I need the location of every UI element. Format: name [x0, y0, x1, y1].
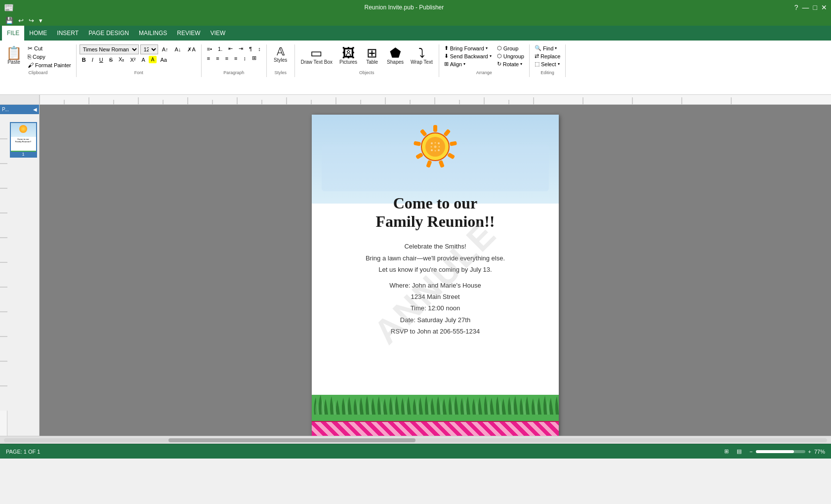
replace-button[interactable]: ⇄ Replace — [533, 52, 562, 60]
menu-item-review[interactable]: REVIEW — [172, 26, 205, 41]
layout-view-button[interactable]: ▤ — [737, 448, 742, 455]
redo-quick-button[interactable]: ↪ — [27, 16, 36, 25]
save-quick-button[interactable]: 💾 — [4, 16, 15, 25]
zoom-in-button[interactable]: + — [808, 449, 811, 455]
bring-forward-button[interactable]: ⬆ Bring Forward ▾ — [442, 44, 494, 52]
font-size-select[interactable]: 12 — [140, 44, 158, 54]
wrap-text-button[interactable]: ⤵ Wrap Text — [408, 44, 436, 67]
svg-rect-39 — [443, 129, 451, 137]
paragraph-spacing-button[interactable]: ↕ — [255, 45, 263, 53]
rotate-button[interactable]: ↻ Rotate ▾ — [495, 60, 526, 68]
menu-item-page-design[interactable]: PAGE DESIGN — [83, 26, 134, 41]
paste-icon: 📋 — [6, 46, 22, 59]
superscript-button[interactable]: X² — [127, 56, 138, 64]
draw-text-box-button[interactable]: ▭ Draw Text Box — [298, 44, 335, 67]
cut-button[interactable]: ✂ Cut — [26, 44, 73, 52]
bottom-decoration: 🐜 🐜 🐜 🐜 — [312, 386, 559, 436]
justify-button[interactable]: ≡ — [232, 54, 240, 62]
paste-button[interactable]: 📋 Paste — [3, 44, 25, 67]
headline-line1: Come to our — [327, 194, 544, 212]
page-thumbnail-1[interactable]: Come to ourFamily Reunion!! 1 — [10, 122, 37, 158]
objects-label: Objects — [298, 70, 436, 75]
paragraph-mark-button[interactable]: ¶ — [247, 45, 254, 53]
quick-access-more[interactable]: ▾ — [38, 16, 44, 25]
italic-button[interactable]: I — [89, 56, 96, 64]
select-button[interactable]: ⬚ Select ▾ — [533, 60, 562, 68]
svg-point-51 — [431, 149, 433, 151]
align-left-button[interactable]: ≡ — [205, 54, 212, 62]
scroll-thumb-h[interactable] — [168, 438, 416, 442]
maximize-button[interactable]: □ — [813, 3, 817, 11]
left-ruler-marks — [0, 114, 7, 411]
table-button[interactable]: ⊞ Table — [361, 44, 383, 67]
zoom-slider[interactable] — [756, 450, 805, 453]
svg-rect-46 — [420, 129, 427, 137]
clear-format-button[interactable]: ✗A — [185, 45, 198, 54]
ribbon-clipboard-section: 📋 Paste ✂ Cut ⎘ Copy 🖌 Format Painter — [0, 44, 77, 77]
strikethrough-button[interactable]: S — [107, 56, 115, 64]
numbering-button[interactable]: 1. — [215, 45, 225, 53]
align-right-button[interactable]: ≡ — [223, 54, 231, 62]
ribbon-objects-section: ▭ Draw Text Box 🖼 Pictures ⊞ Table ⬟ Sha… — [295, 44, 439, 77]
svg-rect-42 — [439, 160, 445, 168]
ribbon-arrange-section: ⬆ Bring Forward ▾ ⬇ Send Backward ▾ ⊞ Al… — [439, 44, 530, 77]
close-button[interactable]: ✕ — [821, 3, 827, 11]
highlight-button[interactable]: A — [149, 56, 157, 63]
pictures-button[interactable]: 🖼 Pictures — [336, 44, 360, 67]
menu-item-mailings[interactable]: MAILINGS — [134, 26, 172, 41]
menu-item-insert[interactable]: INSERT — [52, 26, 83, 41]
styles-icon: 𝔸 — [277, 46, 285, 57]
undo-quick-button[interactable]: ↩ — [17, 16, 25, 25]
group-button[interactable]: ⬡ Group — [495, 44, 526, 52]
decrease-indent-button[interactable]: ⇤ — [226, 44, 235, 53]
bullets-button[interactable]: ≡• — [205, 45, 214, 53]
indent-button[interactable]: ⊞ — [249, 54, 259, 62]
svg-rect-44 — [416, 153, 423, 160]
bold-button[interactable]: B — [80, 56, 88, 64]
line-spacing-button[interactable]: ↕ — [241, 54, 249, 62]
font-shrink-button[interactable]: A↓ — [172, 45, 184, 53]
svg-rect-0 — [40, 95, 831, 105]
document-page[interactable]: Come to our Family Reunion!! Celebrate t… — [312, 115, 559, 436]
help-icon[interactable]: ? — [794, 3, 798, 11]
details-text: Where: John and Marie's House 1234 Main … — [327, 280, 544, 337]
cut-icon: ✂ — [28, 45, 33, 52]
ribbon-styles-section: 𝔸 Styles Styles — [267, 44, 295, 77]
subscript-button[interactable]: X₂ — [116, 55, 126, 64]
table-icon: ⊞ — [367, 46, 377, 59]
menu-item-file[interactable]: FILE — [2, 26, 24, 41]
find-button[interactable]: 🔍 Find ▾ — [533, 44, 559, 52]
font-name-select[interactable]: Times New Roman — [80, 44, 139, 54]
shapes-button[interactable]: ⬟ Shapes — [384, 44, 407, 67]
sidebar-collapse[interactable]: ◀ — [33, 107, 37, 112]
ribbon-font-section: Times New Roman 12 A↑ A↓ ✗A B I U S X₂ X… — [77, 44, 202, 77]
font-grow-button[interactable]: A↑ — [160, 45, 171, 53]
copy-button[interactable]: ⎘ Copy — [26, 53, 73, 61]
align-center-button[interactable]: ≡ — [213, 54, 221, 62]
select-icon: ⬚ — [535, 61, 540, 67]
horizontal-scrollbar[interactable] — [0, 436, 831, 444]
send-backward-button[interactable]: ⬇ Send Backward ▾ — [442, 52, 494, 60]
arrange-label: Arrange — [442, 70, 526, 75]
ungroup-button[interactable]: ⬡ Ungroup — [495, 52, 526, 60]
styles-button[interactable]: 𝔸 Styles — [270, 44, 291, 65]
underline-button[interactable]: U — [97, 56, 106, 64]
draw-text-box-icon: ▭ — [310, 46, 323, 59]
font-case-button[interactable]: Aa — [158, 56, 169, 64]
align-button[interactable]: ⊞ Align ▾ — [442, 60, 494, 68]
normal-view-button[interactable]: ⊞ — [724, 448, 729, 455]
menu-item-home[interactable]: HOME — [24, 26, 52, 41]
styles-label: Styles — [270, 70, 291, 75]
zoom-out-button[interactable]: − — [749, 449, 752, 455]
rotate-icon: ↻ — [497, 61, 501, 67]
minimize-button[interactable]: — — [802, 3, 809, 11]
increase-indent-button[interactable]: ⇥ — [236, 44, 246, 53]
bring-forward-icon: ⬆ — [444, 45, 449, 51]
menu-item-view[interactable]: VIEW — [206, 26, 231, 41]
sun-element — [413, 125, 457, 169]
find-icon: 🔍 — [535, 45, 541, 51]
svg-rect-38 — [433, 125, 437, 132]
font-color-button[interactable]: A — [139, 56, 147, 64]
ribbon-editing-section: 🔍 Find ▾ ⇄ Replace ⬚ Select ▾ Editing — [530, 44, 566, 77]
format-painter-button[interactable]: 🖌 Format Painter — [26, 61, 73, 69]
